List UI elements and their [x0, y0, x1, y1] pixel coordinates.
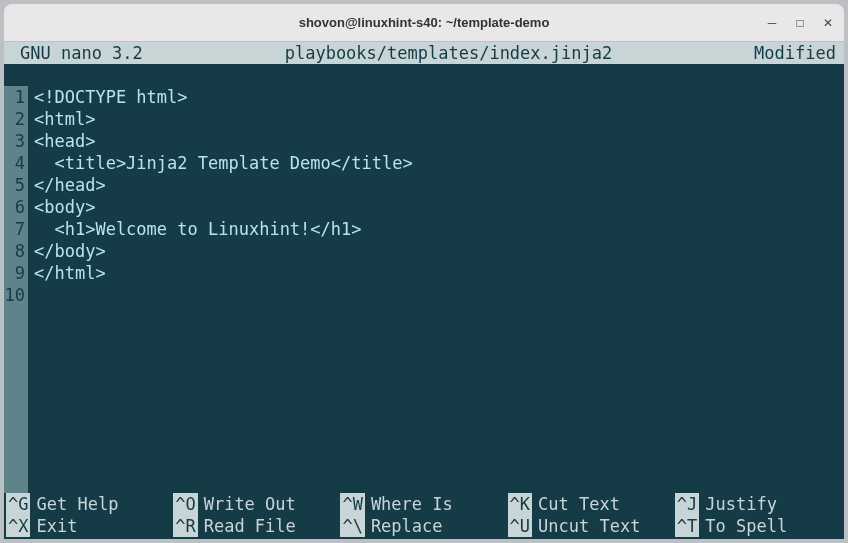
shortcut-item[interactable]: ^RRead File [173, 515, 340, 537]
shortcut-key: ^K [508, 493, 532, 515]
shortcut-label: Get Help [36, 493, 118, 515]
shortcut-label: Where Is [371, 493, 453, 515]
line-number: 8 [4, 240, 25, 262]
titlebar: shovon@linuxhint-s40: ~/template-demo ─ … [4, 4, 844, 42]
shortcut-label: Replace [371, 515, 443, 537]
line-number: 3 [4, 130, 25, 152]
shortcut-item[interactable]: ^\Replace [340, 515, 507, 537]
shortcut-item[interactable]: ^UUncut Text [508, 515, 675, 537]
nano-header: GNU nano 3.2 playbooks/templates/index.j… [4, 42, 844, 64]
window-title: shovon@linuxhint-s40: ~/template-demo [299, 15, 550, 30]
file-name: playbooks/templates/index.jinja2 [143, 42, 754, 64]
editor-content[interactable]: <!DOCTYPE html><html><head> <title>Jinja… [28, 86, 844, 493]
shortcut-item[interactable]: ^GGet Help [6, 493, 173, 515]
shortcut-item[interactable]: ^TTo Spell [675, 515, 842, 537]
shortcut-key: ^U [508, 515, 532, 537]
terminal: GNU nano 3.2 playbooks/templates/index.j… [4, 42, 844, 539]
shortcut-key: ^X [6, 515, 30, 537]
code-line[interactable]: </body> [34, 240, 844, 262]
close-icon[interactable]: ✕ [820, 15, 836, 31]
code-line[interactable]: <title>Jinja2 Template Demo</title> [34, 152, 844, 174]
minimize-icon[interactable]: ─ [764, 15, 780, 31]
shortcut-key: ^J [675, 493, 699, 515]
window-controls: ─ □ ✕ [764, 15, 836, 31]
code-line[interactable]: <html> [34, 108, 844, 130]
shortcut-item[interactable]: ^WWhere Is [340, 493, 507, 515]
line-number: 5 [4, 174, 25, 196]
line-number: 2 [4, 108, 25, 130]
editor-area[interactable]: 12345678910 <!DOCTYPE html><html><head> … [4, 64, 844, 493]
shortcut-label: Read File [204, 515, 296, 537]
shortcut-item[interactable]: ^OWrite Out [173, 493, 340, 515]
shortcut-item[interactable]: ^KCut Text [508, 493, 675, 515]
code-line[interactable]: <h1>Welcome to Linuxhint!</h1> [34, 218, 844, 240]
code-line[interactable]: <body> [34, 196, 844, 218]
shortcut-item[interactable]: ^JJustify [675, 493, 842, 515]
line-number: 1 [4, 86, 25, 108]
shortcut-item[interactable]: ^XExit [6, 515, 173, 537]
code-line[interactable] [34, 284, 844, 306]
shortcut-label: Cut Text [538, 493, 620, 515]
shortcut-bar: ^GGet Help^OWrite Out^WWhere Is^KCut Tex… [4, 493, 844, 539]
line-number: 9 [4, 262, 25, 284]
shortcut-key: ^R [173, 515, 197, 537]
shortcut-label: Write Out [204, 493, 296, 515]
shortcut-key: ^O [173, 493, 197, 515]
shortcut-label: To Spell [705, 515, 787, 537]
shortcut-label: Uncut Text [538, 515, 640, 537]
shortcut-key: ^W [340, 493, 364, 515]
shortcut-key: ^G [6, 493, 30, 515]
code-line[interactable]: </head> [34, 174, 844, 196]
shortcut-label: Justify [705, 493, 777, 515]
line-gutter: 12345678910 [4, 86, 28, 493]
maximize-icon[interactable]: □ [792, 15, 808, 31]
shortcut-label: Exit [36, 515, 77, 537]
file-status: Modified [754, 42, 840, 64]
shortcut-key: ^\ [340, 515, 364, 537]
code-line[interactable]: <!DOCTYPE html> [34, 86, 844, 108]
line-number: 4 [4, 152, 25, 174]
code-line[interactable]: <head> [34, 130, 844, 152]
line-number: 7 [4, 218, 25, 240]
code-line[interactable]: </html> [34, 262, 844, 284]
shortcut-key: ^T [675, 515, 699, 537]
line-number: 10 [4, 284, 25, 306]
line-number: 6 [4, 196, 25, 218]
app-name: GNU nano 3.2 [8, 42, 143, 64]
